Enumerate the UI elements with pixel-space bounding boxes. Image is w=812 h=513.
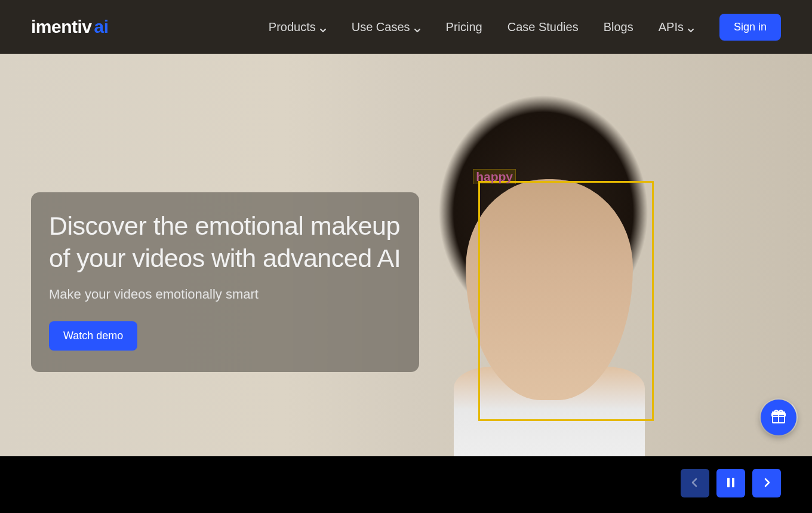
nav-pricing[interactable]: Pricing	[446, 20, 482, 34]
sign-in-button[interactable]: Sign in	[719, 14, 781, 41]
chevron-down-icon	[687, 23, 694, 30]
pause-icon	[726, 477, 736, 490]
nav-blogs[interactable]: Blogs	[604, 20, 633, 34]
face-detection-box	[478, 181, 654, 421]
logo[interactable]: imentiv ai	[31, 17, 109, 37]
nav-apis[interactable]: APIs	[659, 20, 694, 34]
svg-rect-1	[732, 478, 734, 487]
carousel-controls	[681, 469, 781, 497]
carousel-pause-button[interactable]	[716, 469, 745, 497]
gift-icon	[770, 408, 787, 427]
hero-section: happy Discover the emotional makeup of y…	[0, 54, 812, 456]
nav-blogs-label: Blogs	[604, 20, 633, 34]
bottom-bar	[0, 456, 812, 513]
chevron-right-icon	[761, 477, 772, 490]
hero-title: Discover the emotional makeup of your vi…	[49, 210, 401, 275]
nav-products-label: Products	[269, 20, 316, 34]
gift-fab-button[interactable]	[761, 400, 796, 435]
chevron-down-icon	[414, 23, 421, 30]
nav-case-studies-label: Case Studies	[508, 20, 579, 34]
logo-text-secondary: ai	[94, 17, 109, 37]
nav-apis-label: APIs	[659, 20, 684, 34]
main-nav: Products Use Cases Pricing Case Studies …	[269, 14, 781, 41]
nav-use-cases[interactable]: Use Cases	[352, 20, 421, 34]
chevron-left-icon	[690, 477, 700, 490]
hero-subtitle: Make your videos emotionally smart	[49, 287, 401, 302]
svg-rect-0	[727, 478, 730, 487]
carousel-prev-button[interactable]	[681, 469, 709, 497]
hero-card: Discover the emotional makeup of your vi…	[31, 192, 419, 372]
nav-case-studies[interactable]: Case Studies	[508, 20, 579, 34]
carousel-next-button[interactable]	[752, 469, 781, 497]
nav-pricing-label: Pricing	[446, 20, 482, 34]
nav-use-cases-label: Use Cases	[352, 20, 410, 34]
nav-products[interactable]: Products	[269, 20, 327, 34]
logo-text-primary: imentiv	[31, 17, 92, 37]
emotion-detection-label: happy	[473, 169, 516, 184]
watch-demo-button[interactable]: Watch demo	[49, 321, 137, 351]
chevron-down-icon	[319, 23, 327, 30]
site-header: imentiv ai Products Use Cases Pricing Ca…	[0, 0, 812, 54]
